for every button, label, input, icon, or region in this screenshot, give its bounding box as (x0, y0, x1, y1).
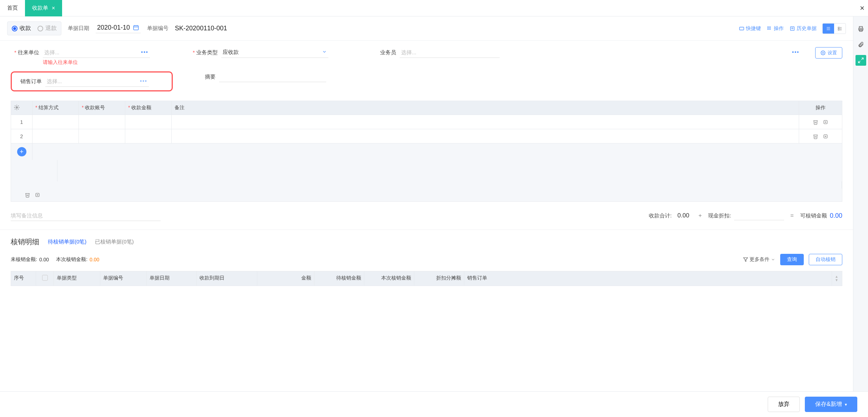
col-this: 本次核销金额 (364, 271, 414, 286)
sales-label: 业务员 (368, 47, 396, 56)
view-card-button[interactable] (834, 24, 846, 34)
copy-row-button[interactable] (823, 119, 828, 125)
col-amount-wo: 金额 (257, 271, 314, 286)
date-picker[interactable]: 2020-01-10 (96, 24, 141, 33)
chevron-down-icon: ▾ (845, 402, 847, 407)
biztype-select[interactable] (221, 47, 328, 58)
radio-refund[interactable]: 退款 (37, 25, 57, 32)
summary-row: 收款合计: 0.00 + 现金折扣: = 可核销金额 0.00 (0, 205, 853, 230)
svg-line-38 (858, 61, 860, 63)
print-button[interactable] (856, 24, 866, 34)
date-label: 单据日期 (68, 25, 89, 32)
radio-receipt[interactable]: 收款 (12, 25, 31, 32)
cell-remark[interactable] (172, 115, 799, 129)
ellipsis-icon[interactable]: ••• (792, 49, 799, 55)
calendar-icon[interactable] (133, 24, 139, 31)
table-row: 1 (11, 115, 842, 129)
col-seq: 序号 (11, 271, 36, 286)
cell-method[interactable] (32, 129, 79, 143)
auto-writeoff-button[interactable]: 自动核销 (809, 254, 842, 265)
plus-sign: + (698, 212, 702, 219)
svg-line-37 (861, 58, 863, 60)
tab-receipt[interactable]: 收款单 × (25, 0, 62, 16)
sales-order-input[interactable] (45, 76, 149, 87)
operate-button[interactable]: 操作 (767, 25, 784, 32)
svg-point-8 (768, 29, 769, 30)
col-action: 操作 (799, 101, 842, 115)
col-checkbox[interactable] (36, 271, 54, 286)
shortcut-button[interactable]: 快捷键 (739, 25, 761, 32)
delete-row-button[interactable] (25, 192, 30, 198)
expand-icon (858, 57, 864, 64)
discount-label: 现金折扣: (708, 212, 731, 219)
partner-input[interactable] (43, 47, 150, 58)
table-row: 2 (11, 129, 842, 143)
svg-point-23 (16, 107, 17, 108)
ellipsis-icon[interactable]: ••• (140, 78, 147, 84)
remark-input[interactable] (11, 210, 161, 221)
view-list-button[interactable] (823, 24, 834, 34)
tab-home[interactable]: 首页 (0, 0, 25, 16)
history-button[interactable]: 历史单据 (789, 25, 817, 32)
sales-order-highlight-box: 销售订单 ••• (11, 71, 173, 91)
scroll-buttons[interactable]: ▲▼ (832, 271, 842, 286)
cell-amount[interactable] (125, 129, 172, 143)
col-code: 单据编号 (100, 271, 147, 286)
close-icon[interactable]: × (52, 5, 55, 11)
cell-remark[interactable] (172, 129, 799, 143)
svg-rect-16 (838, 27, 839, 28)
copy-row-button[interactable] (35, 192, 40, 198)
cell-account[interactable] (79, 129, 125, 143)
thistime-label: 本次核销金额: (56, 256, 87, 263)
query-button[interactable]: 查询 (780, 254, 804, 265)
tabs-bar: 首页 收款单 × × (0, 0, 868, 16)
delete-row-button[interactable] (813, 134, 818, 139)
discount-input[interactable] (734, 211, 784, 220)
more-conditions-button[interactable]: 更多条件 (743, 256, 775, 263)
order-label: 销售订单 (17, 76, 42, 85)
close-all-icon[interactable]: × (860, 4, 864, 13)
copy-row-button[interactable] (823, 134, 828, 139)
cancel-button[interactable]: 放弃 (768, 397, 800, 412)
paperclip-icon (858, 41, 864, 48)
tab-receipt-label: 收款单 (32, 5, 48, 11)
tab-done[interactable]: 已核销单据(0笔) (95, 238, 133, 245)
add-row-button[interactable]: + (17, 147, 26, 156)
list-icon (789, 26, 795, 31)
list-view-icon (826, 26, 831, 31)
code-label: 单据编号 (147, 25, 168, 32)
svg-rect-19 (838, 29, 839, 30)
svg-point-22 (822, 52, 824, 54)
gear-header[interactable] (11, 101, 32, 115)
code-value: SK-20200110-001 (175, 25, 227, 32)
attachment-button[interactable] (856, 39, 866, 50)
svg-rect-4 (740, 27, 744, 30)
col-date: 单据日期 (147, 271, 197, 286)
chevron-down-icon[interactable] (322, 49, 327, 54)
delete-row-button[interactable] (813, 119, 818, 125)
settings-button[interactable]: 设置 (815, 47, 842, 59)
summary-input[interactable] (219, 71, 326, 82)
writeoff-table: 序号 单据类型 单据编号 单据日期 收款到期日 金额 待核销金额 本次核销金额 … (11, 271, 842, 286)
save-and-new-button[interactable]: 保存&新增 ▾ (805, 397, 857, 412)
view-toggle (822, 23, 846, 34)
sales-input[interactable] (400, 47, 500, 58)
receipt-type-radio-group: 收款 退款 (7, 21, 61, 35)
cell-amount[interactable] (125, 115, 172, 129)
document-header: 收款 退款 单据日期 2020-01-10 单据编号 SK-20200110-0… (0, 16, 853, 41)
expand-button[interactable] (856, 55, 866, 66)
biztype-label: 业务类型 (189, 47, 218, 56)
partner-error: 请输入往来单位 (43, 59, 150, 66)
checkbox-icon[interactable] (42, 275, 48, 281)
ellipsis-icon[interactable]: ••• (141, 49, 148, 55)
grid-icon (767, 26, 772, 31)
trash-icon (813, 119, 818, 125)
chevron-down-icon (771, 257, 775, 262)
tab-pending[interactable]: 待核销单据(0笔) (48, 238, 86, 245)
svg-marker-33 (743, 258, 748, 262)
unverified-value: 0.00 (39, 257, 49, 262)
copy-add-icon (823, 119, 828, 125)
cell-method[interactable] (32, 115, 79, 129)
card-view-icon (837, 26, 843, 31)
cell-account[interactable] (79, 115, 125, 129)
